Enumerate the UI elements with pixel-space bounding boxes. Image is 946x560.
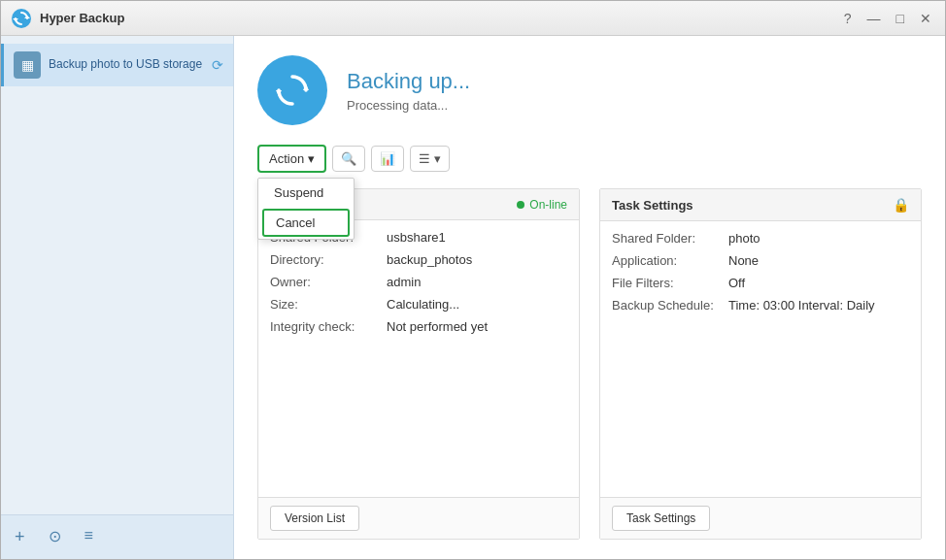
size-label: Size:	[270, 297, 387, 312]
task-panel-footer: Task Settings	[600, 497, 921, 539]
status-text: On-line	[529, 198, 567, 212]
suspend-option[interactable]: Suspend	[258, 179, 354, 207]
action-button-label: Action	[269, 151, 304, 166]
details-section: Target On-line Shared Folder: usbshare1 …	[257, 188, 922, 540]
table-row: File Filters: Off	[612, 276, 909, 290]
maximize-button[interactable]: □	[893, 9, 908, 28]
task-shared-folder-label: Shared Folder:	[612, 231, 728, 246]
task-panel-title: Task Settings	[612, 198, 693, 213]
sidebar-refresh-icon[interactable]: ⟳	[212, 57, 223, 73]
table-row: Backup Schedule: Time: 03:00 Interval: D…	[612, 298, 909, 313]
task-panel: Task Settings 🔒 Shared Folder: photo App…	[599, 188, 922, 540]
owner-label: Owner:	[270, 275, 387, 289]
table-row: Owner: admin	[270, 275, 567, 289]
chart-button[interactable]: 📊	[371, 146, 404, 172]
lock-icon: 🔒	[893, 197, 909, 213]
backup-status-text: Backing up... Processing data...	[347, 69, 470, 113]
main-area: ▦ Backup photo to USB storage ⟳ + ⊙ ≡	[1, 36, 945, 559]
backing-up-title: Backing up...	[347, 69, 470, 94]
application-value: None	[728, 253, 759, 268]
search-button[interactable]: 🔍	[332, 146, 365, 172]
shared-folder-value: usbshare1	[387, 230, 446, 245]
backup-spinner-icon	[257, 55, 327, 125]
table-row: Directory: backup_photos	[270, 252, 567, 267]
backup-schedule-label: Backup Schedule:	[612, 298, 728, 313]
table-row: Shared Folder: photo	[612, 231, 909, 246]
task-panel-body: Shared Folder: photo Application: None F…	[600, 221, 921, 497]
chart-icon: 📊	[380, 151, 395, 166]
owner-value: admin	[387, 275, 421, 289]
titlebar-left: Hyper Backup	[11, 8, 124, 29]
app-title: Hyper Backup	[40, 11, 124, 25]
file-filters-label: File Filters:	[612, 276, 728, 290]
status-dot-icon	[517, 201, 524, 209]
backup-schedule-value: Time: 03:00 Interval: Daily	[728, 298, 875, 313]
file-filters-value: Off	[728, 276, 745, 290]
toolbar: Action ▾ 🔍 📊 ☰ ▾ Suspend Cancel	[257, 145, 922, 173]
minimize-button[interactable]: —	[863, 9, 885, 28]
target-panel-body: Shared Folder: usbshare1 Directory: back…	[258, 220, 579, 497]
table-row: Size: Calculating...	[270, 297, 567, 312]
sync-icon	[271, 69, 314, 112]
sidebar-item-backup[interactable]: ▦ Backup photo to USB storage ⟳	[1, 44, 233, 86]
sidebar: ▦ Backup photo to USB storage ⟳ + ⊙ ≡	[1, 36, 234, 559]
backup-status-section: Backing up... Processing data...	[257, 55, 922, 125]
directory-value: backup_photos	[387, 252, 472, 267]
log-button[interactable]: ≡	[81, 523, 97, 551]
version-list-button[interactable]: Version List	[270, 506, 359, 531]
target-panel-footer: Version List	[258, 497, 579, 539]
task-shared-folder-value: photo	[728, 231, 760, 246]
menu-button[interactable]: ☰ ▾	[410, 146, 450, 172]
processing-subtitle: Processing data...	[347, 98, 470, 113]
sidebar-item-label: Backup photo to USB storage	[49, 57, 202, 73]
size-value: Calculating...	[387, 297, 459, 312]
action-button[interactable]: Action ▾	[257, 145, 326, 173]
close-button[interactable]: ✕	[916, 9, 935, 28]
add-task-button[interactable]: +	[11, 523, 29, 551]
table-row: Integrity check: Not performed yet	[270, 319, 567, 334]
window-controls: ? — □ ✕	[840, 9, 935, 28]
task-settings-button[interactable]: Task Settings	[612, 506, 710, 531]
search-icon: 🔍	[341, 151, 356, 166]
integrity-value: Not performed yet	[387, 319, 488, 334]
titlebar: Hyper Backup ? — □ ✕	[1, 1, 945, 36]
menu-icon: ☰ ▾	[419, 151, 441, 166]
action-dropdown-menu: Suspend Cancel	[257, 178, 355, 240]
table-row: Application: None	[612, 253, 909, 268]
cancel-option[interactable]: Cancel	[262, 209, 350, 237]
action-dropdown-icon: ▾	[308, 151, 315, 166]
online-status: On-line	[517, 198, 567, 212]
task-panel-header: Task Settings 🔒	[600, 189, 921, 221]
content-area: Backing up... Processing data... Action …	[234, 36, 945, 559]
help-button[interactable]: ?	[840, 9, 856, 28]
integrity-label: Integrity check:	[270, 319, 387, 334]
backup-task-icon: ▦	[14, 51, 41, 79]
directory-label: Directory:	[270, 252, 387, 267]
history-button[interactable]: ⊙	[45, 523, 65, 551]
main-window: Hyper Backup ? — □ ✕ ▦ Backup photo to U…	[0, 0, 946, 560]
application-label: Application:	[612, 253, 728, 268]
sidebar-bottom: + ⊙ ≡	[1, 514, 233, 559]
app-logo-icon	[11, 8, 32, 29]
target-panel: Target On-line Shared Folder: usbshare1 …	[257, 188, 580, 540]
sidebar-items: ▦ Backup photo to USB storage ⟳	[1, 36, 233, 94]
